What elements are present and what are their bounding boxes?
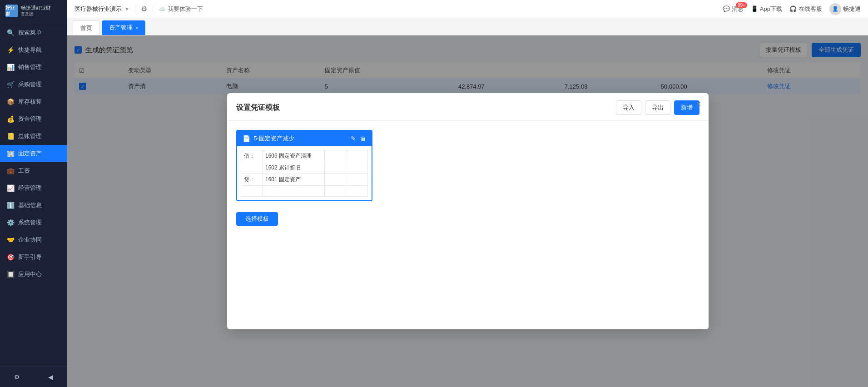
sidebar-item-label: 经营管理 <box>18 184 42 192</box>
export-button[interactable]: 导出 <box>645 100 670 115</box>
sidebar-item-label: 库存核算 <box>18 98 42 106</box>
chevron-down-icon: ▼ <box>124 6 129 12</box>
company-name[interactable]: 医疗器械行业演示 ▼ <box>74 5 129 13</box>
tab-home-label: 首页 <box>80 24 92 32</box>
download-icon: 📱 <box>751 5 758 12</box>
message-icon: 💬 <box>723 5 730 12</box>
inventory-icon: 📦 <box>6 98 15 106</box>
sidebar-item-search[interactable]: 🔍 搜索菜单 <box>0 24 67 41</box>
settings-icon[interactable]: ⚙ <box>141 5 147 13</box>
salary-icon: 💼 <box>6 167 15 175</box>
settings-button[interactable]: ⚙ <box>11 371 23 383</box>
sidebar-item-appcenter[interactable]: 🔲 应用中心 <box>0 266 67 283</box>
experience-button[interactable]: ☁️ 我要体验一下 <box>159 5 203 13</box>
app-name: 畅捷通好业财 <box>21 5 51 11</box>
dialog-header-actions: 导入 导出 新增 <box>616 100 699 115</box>
user-button[interactable]: 👤 畅捷通 <box>829 3 861 15</box>
app-download-label: App下载 <box>760 5 782 13</box>
template-delete-button[interactable]: 🗑 <box>360 135 366 142</box>
sidebar-item-system[interactable]: ⚙️ 系统管理 <box>0 214 67 231</box>
system-icon: ⚙️ <box>6 218 15 227</box>
ledger-icon: 📒 <box>6 132 15 140</box>
operations-icon: 📈 <box>6 184 15 192</box>
sidebar: 好业财 畅捷通好业财 普及版 🔍 搜索菜单 ⚡ 快捷导航 📊 销售管理 🛒 <box>0 0 67 387</box>
new-template-button[interactable]: 新增 <box>674 100 699 115</box>
select-template-button[interactable]: 选择模板 <box>236 212 278 226</box>
sidebar-item-label: 应用中心 <box>18 270 42 278</box>
sidebar-item-basicinfo[interactable]: ℹ️ 基础信息 <box>0 197 67 214</box>
topbar: 医疗器械行业演示 ▼ ⚙ ☁️ 我要体验一下 💬 消息 99+ 📱 App下载 <box>67 0 868 18</box>
template-row: 贷： 1601 固定资产 <box>241 174 367 186</box>
appcenter-icon: 🔲 <box>6 270 15 278</box>
template-card-body: 借： 1606 固定资产清理 1602 累计折旧 <box>237 146 372 200</box>
basicinfo-icon: ℹ️ <box>6 201 15 209</box>
sidebar-item-label: 快捷导航 <box>18 46 42 54</box>
search-icon: 🔍 <box>6 29 15 37</box>
company-name-text: 医疗器械行业演示 <box>74 5 122 13</box>
sidebar-item-label: 新手引导 <box>18 253 42 261</box>
service-icon: 🎧 <box>789 5 797 12</box>
sidebar-nav: 🔍 搜索菜单 ⚡ 快捷导航 📊 销售管理 🛒 采购管理 📦 库存核算 💰 <box>0 22 67 367</box>
voucher-template-dialog: 设置凭证模板 导入 导出 新增 × 📄 5-固定资产减少 <box>227 93 709 329</box>
template-grid: 借： 1606 固定资产清理 1602 累计折旧 <box>241 150 368 197</box>
template-card: 📄 5-固定资产减少 ✎ 🗑 <box>236 130 372 201</box>
sidebar-item-sales[interactable]: 📊 销售管理 <box>0 59 67 76</box>
tab-asset-label: 资产管理 <box>109 24 133 32</box>
template-title: 5-固定资产减少 <box>254 134 295 143</box>
dialog-title: 设置凭证模板 <box>236 103 280 113</box>
template-empty-4 <box>346 186 367 197</box>
sidebar-item-guide[interactable]: 🎯 新手引导 <box>0 248 67 266</box>
finance-icon: 💰 <box>6 115 15 123</box>
sidebar-item-label: 企业协同 <box>18 236 42 244</box>
sidebar-item-salary[interactable]: 💼 工资 <box>0 162 67 179</box>
sidebar-item-label: 销售管理 <box>18 63 42 71</box>
sidebar-item-label: 工资 <box>18 167 30 175</box>
app-download-button[interactable]: 📱 App下载 <box>751 5 782 13</box>
cloud-icon: ☁️ <box>159 5 166 12</box>
topbar-divider2 <box>153 5 153 13</box>
collapse-button[interactable]: ◀ <box>45 371 56 383</box>
template-empty-row <box>241 186 367 197</box>
template-empty-1 <box>241 186 262 197</box>
tab-asset-management[interactable]: 资产管理 × <box>102 20 145 35</box>
avatar: 👤 <box>829 3 841 15</box>
messages-button[interactable]: 💬 消息 99+ <box>723 5 744 13</box>
tab-close-button[interactable]: × <box>135 25 138 30</box>
tabbar: 首页 资产管理 × <box>67 18 868 35</box>
dialog-close-button[interactable]: × <box>696 99 701 109</box>
topbar-right: 💬 消息 99+ 📱 App下载 🎧 在线客服 👤 畅捷通 <box>723 3 861 15</box>
select-template-container: 选择模板 <box>236 205 699 226</box>
tab-home[interactable]: 首页 <box>73 20 100 35</box>
template-credit-1 <box>346 150 367 162</box>
dialog-header: 设置凭证模板 导入 导出 新增 × <box>227 93 709 121</box>
template-debit-3 <box>324 174 346 186</box>
sidebar-item-fixedassets[interactable]: 🏢 固定资产 <box>0 145 67 162</box>
page-area: ✓ 生成的凭证预览 批量凭证模板 全部生成凭证 ☑ 变动类型 资产名称 <box>67 35 868 387</box>
template-empty-3 <box>324 186 346 197</box>
template-account-2: 1602 累计折旧 <box>262 162 324 174</box>
template-credit-2 <box>346 162 367 174</box>
sidebar-item-purchase[interactable]: 🛒 采购管理 <box>0 76 67 93</box>
online-service-button[interactable]: 🎧 在线客服 <box>789 5 822 13</box>
sidebar-item-collab[interactable]: 🤝 企业协同 <box>0 231 67 248</box>
app-logo: 好业财 畅捷通好业财 普及版 <box>0 0 67 22</box>
template-file-icon: 📄 <box>243 135 250 142</box>
sales-icon: 📊 <box>6 63 15 71</box>
sidebar-item-label: 采购管理 <box>18 80 42 89</box>
template-row: 借： 1606 固定资产清理 <box>241 150 367 162</box>
sidebar-item-quicknav[interactable]: ⚡ 快捷导航 <box>0 41 67 59</box>
messages-badge: 99+ <box>736 2 747 8</box>
logo-icon: 好业财 <box>5 5 18 17</box>
user-name: 畅捷通 <box>843 5 861 13</box>
template-side-1: 借： <box>241 150 262 162</box>
dialog-body: 📄 5-固定资产减少 ✎ 🗑 <box>227 121 709 329</box>
main-content: 医疗器械行业演示 ▼ ⚙ ☁️ 我要体验一下 💬 消息 99+ 📱 App下载 <box>67 0 868 387</box>
sidebar-item-finance[interactable]: 💰 资金管理 <box>0 110 67 128</box>
quicknav-icon: ⚡ <box>6 46 15 54</box>
sidebar-item-ledger[interactable]: 📒 总账管理 <box>0 128 67 145</box>
dialog-overlay: 设置凭证模板 导入 导出 新增 × 📄 5-固定资产减少 <box>67 35 868 387</box>
import-button[interactable]: 导入 <box>616 100 641 115</box>
sidebar-item-inventory[interactable]: 📦 库存核算 <box>0 93 67 110</box>
template-edit-button[interactable]: ✎ <box>351 135 356 142</box>
sidebar-item-operations[interactable]: 📈 经营管理 <box>0 179 67 197</box>
